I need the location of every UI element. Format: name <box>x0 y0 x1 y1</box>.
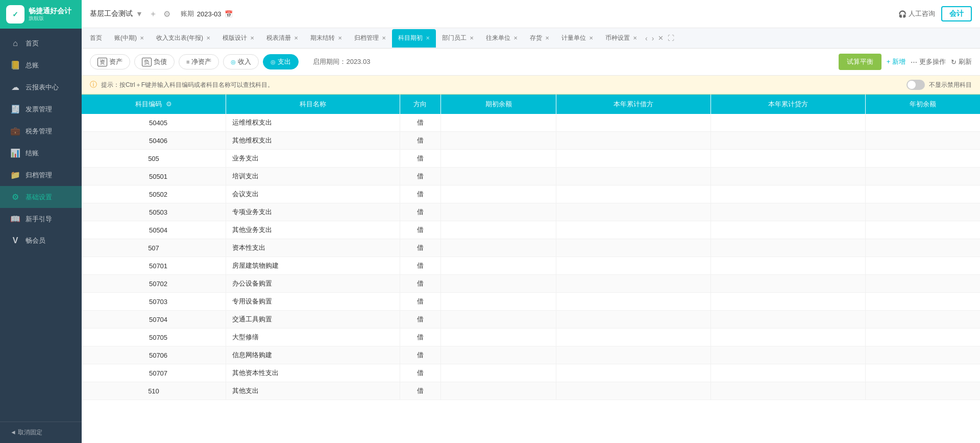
cell-begin-bal <box>440 221 556 239</box>
cell-name: 会议支出 <box>226 185 400 203</box>
tab-home[interactable]: 首页 <box>84 29 108 48</box>
col-year-begin: 年初余额 <box>865 95 980 114</box>
table-row[interactable]: 50405 运维维权支出 借 <box>82 114 980 132</box>
tab-yearend-close[interactable]: ✕ <box>338 35 342 41</box>
table-row[interactable]: 50707 其他资本性支出 借 <box>82 364 980 382</box>
tab-currency-close[interactable]: ✕ <box>633 35 637 41</box>
add-button[interactable]: + 新增 <box>887 57 905 66</box>
company-selector[interactable]: 基层工会测试 ▼ <box>90 9 143 18</box>
tab-close-all[interactable]: ✕ <box>656 34 666 42</box>
tab-scroll-left[interactable]: ‹ <box>643 34 650 42</box>
tab-unit[interactable]: 计量单位 ✕ <box>555 29 599 48</box>
cell-ytd-credit <box>710 185 865 203</box>
tab-archivemgr[interactable]: 归档管理 ✕ <box>348 29 392 48</box>
cell-ytd-credit <box>710 221 865 239</box>
table-row[interactable]: 510 其他支出 借 <box>82 382 980 400</box>
tab-stock[interactable]: 存货 ✕ <box>524 29 555 48</box>
sidebar-item-report[interactable]: ☁ 云报表中心 <box>0 76 82 98</box>
tab-expand[interactable]: ⛶ <box>666 34 676 42</box>
refresh-button[interactable]: ↻ 刷新 <box>951 57 972 66</box>
sidebar-pin-toggle[interactable]: ◄ 取消固定 <box>0 422 82 443</box>
tab-archivemgr-close[interactable]: ✕ <box>382 35 386 41</box>
table-row[interactable]: 505 业务支出 借 <box>82 150 980 168</box>
help-button[interactable]: 🎧 人工咨询 <box>898 9 935 18</box>
cell-begin-bal <box>440 293 556 311</box>
sidebar-item-settle[interactable]: 📊 结账 <box>0 142 82 164</box>
tab-stock-close[interactable]: ✕ <box>545 35 549 41</box>
sidebar-item-archive[interactable]: 📁 归档管理 <box>0 164 82 186</box>
sidebar-item-ledger[interactable]: 📒 总账 <box>0 54 82 76</box>
cell-year-begin <box>865 382 980 400</box>
tab-scroll-right[interactable]: › <box>650 34 656 42</box>
filter-expenditure[interactable]: ◎ 支出 <box>263 54 299 69</box>
tab-yearend-label: 期末结转 <box>310 34 335 42</box>
table-row[interactable]: 50504 其他业务支出 借 <box>82 221 980 239</box>
balance-button[interactable]: 试算平衡 <box>839 54 881 70</box>
table-row[interactable]: 50706 信息网络购建 借 <box>82 346 980 364</box>
col-settings-icon[interactable]: ⚙ <box>166 100 172 108</box>
tab-partner-close[interactable]: ✕ <box>513 35 518 41</box>
tab-stock-label: 存货 <box>530 34 542 42</box>
filter-liability[interactable]: 负 负债 <box>134 54 175 69</box>
col-ytd-debit-label: 本年累计借方 <box>614 100 653 108</box>
more-button[interactable]: ⋯ 更多操作 <box>911 57 946 66</box>
sidebar-item-tax[interactable]: 💼 税务管理 <box>0 120 82 142</box>
tab-currency[interactable]: 币种设置 ✕ <box>599 29 643 48</box>
tab-period[interactable]: 账(中期) ✕ <box>108 29 150 48</box>
filter-asset[interactable]: 资 资产 <box>90 54 130 69</box>
table-row[interactable]: 50705 大型修缮 借 <box>82 329 980 346</box>
app-logo[interactable]: ✓ 畅捷通好会计 旗舰版 <box>0 0 82 29</box>
table-row[interactable]: 50406 其他维权支出 借 <box>82 132 980 150</box>
table-row[interactable]: 50501 培训支出 借 <box>82 168 980 185</box>
sidebar-item-basic[interactable]: ⚙ 基础设置 <box>0 186 82 208</box>
cell-name: 其他业务支出 <box>226 221 400 239</box>
add-tab-button[interactable]: ＋ <box>149 9 157 19</box>
tab-partner[interactable]: 往来单位 ✕ <box>480 29 524 48</box>
calendar-icon[interactable]: 📅 <box>225 10 233 18</box>
help-label: 人工咨询 <box>909 9 935 18</box>
tab-dept-close[interactable]: ✕ <box>470 35 474 41</box>
table-row[interactable]: 50701 房屋建筑物购建 借 <box>82 257 980 275</box>
cell-ytd-credit <box>710 311 865 329</box>
cell-ytd-credit <box>710 382 865 400</box>
tab-dept[interactable]: 部门员工 ✕ <box>436 29 480 48</box>
tab-income[interactable]: 收入支出表(年报) ✕ <box>150 29 216 48</box>
topbar-right: 🎧 人工咨询 会计 <box>898 6 972 21</box>
table-row[interactable]: 50503 专项业务支出 借 <box>82 203 980 221</box>
cell-code: 50702 <box>82 275 226 293</box>
tab-taxclear[interactable]: 税表清册 ✕ <box>260 29 304 48</box>
tab-taxclear-close[interactable]: ✕ <box>294 35 298 41</box>
cell-name: 大型修缮 <box>226 329 400 346</box>
cell-begin-bal <box>440 185 556 203</box>
cell-ytd-debit <box>556 239 711 257</box>
table-row[interactable]: 507 资本性支出 借 <box>82 239 980 257</box>
accounts-table: 科目编码 ⚙ 科目名称 方向 期初余额 本年累计借方 <box>82 95 980 400</box>
user-role-button[interactable]: 会计 <box>941 6 972 21</box>
tab-template[interactable]: 模版设计 ✕ <box>216 29 260 48</box>
sidebar-item-invoice[interactable]: 🧾 发票管理 <box>0 98 82 120</box>
disable-toggle[interactable] <box>906 80 925 90</box>
cell-begin-bal <box>440 132 556 150</box>
table-row[interactable]: 50502 会议支出 借 <box>82 185 980 203</box>
tab-template-close[interactable]: ✕ <box>250 35 254 41</box>
settings-icon[interactable]: ⚙ <box>163 9 170 19</box>
col-begin-bal: 期初余额 <box>440 95 556 114</box>
tab-keymui-close[interactable]: ✕ <box>426 35 430 41</box>
sidebar-item-home[interactable]: ⌂ 首页 <box>0 33 82 54</box>
tab-unit-close[interactable]: ✕ <box>589 35 593 41</box>
table-row[interactable]: 50703 专用设备购置 借 <box>82 293 980 311</box>
table-row[interactable]: 50704 交通工具购置 借 <box>82 311 980 329</box>
sidebar-label-vip: 畅会员 <box>26 236 45 245</box>
filter-income2[interactable]: ◎ 收入 <box>223 54 259 69</box>
sidebar-item-guide[interactable]: 📖 新手引导 <box>0 208 82 230</box>
guide-icon: 📖 <box>10 214 20 224</box>
sidebar-item-vip[interactable]: V 畅会员 <box>0 230 82 251</box>
filter-netasset[interactable]: ≡ 净资产 <box>179 54 219 69</box>
tab-keymui[interactable]: 科目期初 ✕ <box>392 29 436 48</box>
tab-period-close[interactable]: ✕ <box>140 35 144 41</box>
tab-income-close[interactable]: ✕ <box>206 35 210 41</box>
tab-currency-label: 币种设置 <box>605 34 630 42</box>
tab-yearend[interactable]: 期末结转 ✕ <box>304 29 348 48</box>
table-row[interactable]: 50702 办公设备购置 借 <box>82 275 980 293</box>
cell-dir: 借 <box>400 168 440 185</box>
